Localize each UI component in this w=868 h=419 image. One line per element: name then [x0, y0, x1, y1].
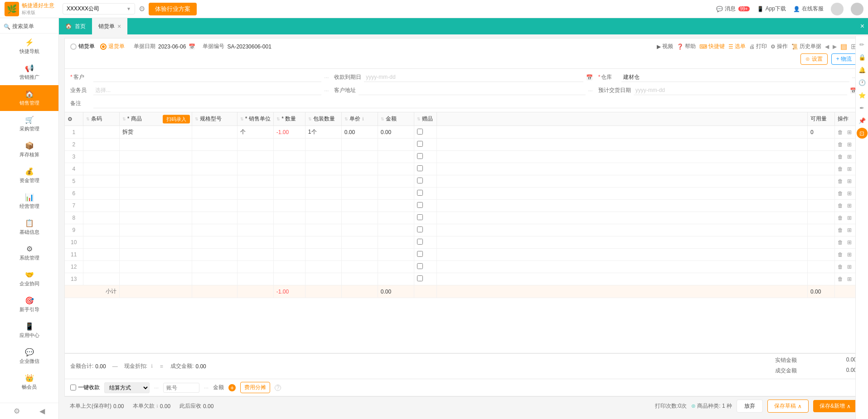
row-barcode[interactable] [83, 151, 119, 163]
help-button[interactable]: ❓ 帮助 [677, 43, 696, 50]
radio-sale-order[interactable]: 销货单 [70, 43, 95, 50]
settings-icon[interactable]: ⚙ [14, 407, 20, 415]
save-draft-button[interactable]: 保存草稿 ∧ [767, 400, 809, 413]
row-pack-qty[interactable] [305, 224, 341, 236]
row-spec[interactable] [192, 224, 237, 236]
row-qty[interactable] [273, 175, 305, 188]
sidebar-item-member[interactable]: 👑 畅会员 [0, 369, 58, 395]
gift-checkbox[interactable] [417, 239, 423, 245]
row-gift[interactable] [414, 151, 436, 163]
row-gift[interactable] [414, 126, 436, 139]
delete-icon[interactable]: 🗑 [838, 154, 843, 160]
row-amount[interactable] [378, 200, 414, 212]
customer-address-select-icon[interactable]: ··· [588, 87, 593, 94]
sidebar-item-finance[interactable]: 💰 资金管理 [0, 163, 58, 188]
row-barcode[interactable] [83, 139, 119, 151]
salesperson-select-icon[interactable]: ··· [324, 87, 329, 94]
row-pack-qty[interactable] [305, 139, 341, 151]
row-price[interactable] [341, 151, 378, 163]
right-panel-pen-btn[interactable]: ✒ [857, 102, 868, 113]
row-spec[interactable] [192, 273, 237, 285]
row-barcode[interactable] [83, 188, 119, 200]
row-unit[interactable] [237, 224, 273, 236]
delete-icon[interactable]: 🗑 [838, 264, 843, 270]
gift-checkbox[interactable] [417, 263, 423, 269]
row-gift[interactable] [414, 261, 436, 273]
gift-checkbox[interactable] [417, 190, 423, 196]
experience-button[interactable]: 体验行业方案 [149, 3, 197, 15]
fee-help-icon[interactable]: ? [275, 385, 281, 391]
delete-icon[interactable]: 🗑 [838, 215, 843, 221]
row-unit[interactable] [237, 212, 273, 224]
copy-icon[interactable]: ⊞ [847, 166, 852, 172]
gift-checkbox[interactable] [417, 141, 423, 147]
row-price[interactable] [341, 261, 378, 273]
abandon-button[interactable]: 放弃 [737, 400, 763, 413]
info-icon[interactable]: ℹ [156, 404, 158, 409]
customer-input[interactable] [93, 72, 321, 82]
copy-icon[interactable]: ⊞ [847, 202, 852, 209]
sidebar-item-system[interactable]: ⚙ 系统管理 [0, 240, 58, 266]
gift-checkbox[interactable] [417, 275, 423, 281]
messages-button[interactable]: 💬 消息 99+ [716, 5, 750, 13]
expected-delivery-input[interactable] [634, 86, 847, 95]
right-panel-pin-btn[interactable]: 📌 [857, 115, 868, 126]
row-price[interactable] [341, 188, 378, 200]
due-date-input[interactable] [364, 72, 583, 82]
row-product[interactable] [119, 212, 192, 224]
row-unit[interactable] [237, 236, 273, 249]
settings-button[interactable]: ⊙ 设置 [800, 53, 827, 65]
row-qty[interactable] [273, 224, 305, 236]
save-new-button[interactable]: 保存&新增 ∧ [813, 400, 857, 412]
row-price[interactable] [341, 273, 378, 285]
row-pack-qty[interactable] [305, 273, 341, 285]
row-barcode[interactable] [83, 212, 119, 224]
tab-sales-order[interactable]: 销货单 × [92, 18, 127, 34]
row-gift[interactable] [414, 224, 436, 236]
row-gift[interactable] [414, 249, 436, 261]
row-amount[interactable] [378, 151, 414, 163]
sidebar-search[interactable]: 🔍 搜索菜单 [0, 20, 58, 34]
row-gift[interactable] [414, 163, 436, 175]
row-gift[interactable] [414, 273, 436, 285]
info-icon[interactable]: ℹ [362, 116, 364, 121]
row-unit[interactable] [237, 163, 273, 175]
copy-icon[interactable]: ⊞ [847, 239, 852, 246]
account-dots-icon[interactable]: ··· [204, 385, 209, 391]
row-product[interactable] [119, 188, 192, 200]
row-pack-qty[interactable] [305, 261, 341, 273]
row-amount[interactable]: 0.00 [378, 126, 414, 139]
gift-checkbox[interactable] [417, 165, 423, 171]
copy-icon[interactable]: ⊞ [847, 154, 852, 160]
row-spec[interactable] [192, 163, 237, 175]
row-qty[interactable] [273, 139, 305, 151]
gift-checkbox[interactable] [417, 226, 423, 232]
row-qty[interactable] [273, 249, 305, 261]
row-pack-qty[interactable] [305, 151, 341, 163]
row-qty[interactable] [273, 261, 305, 273]
row-qty[interactable] [273, 236, 305, 249]
copy-icon[interactable]: ⊞ [847, 251, 852, 258]
online-service-button[interactable]: 👤 在线客服 [793, 5, 824, 13]
history-button[interactable]: 📜 历史单据 [791, 43, 821, 50]
gift-checkbox[interactable] [417, 214, 423, 220]
one-click-payment-checkbox[interactable]: 一键收款 [70, 384, 100, 391]
close-window-icon[interactable]: × [857, 22, 868, 30]
video-button[interactable]: ▶ 视频 [657, 43, 673, 50]
row-amount[interactable] [378, 236, 414, 249]
salesperson-input[interactable] [93, 86, 321, 95]
copy-icon[interactable]: ⊞ [847, 141, 852, 148]
delete-icon[interactable]: 🗑 [838, 239, 843, 246]
row-spec[interactable] [192, 151, 237, 163]
logistics-button[interactable]: + 物流 [831, 53, 857, 65]
gift-checkbox[interactable] [417, 178, 423, 183]
right-panel-bell-btn[interactable]: 🔔 [857, 64, 868, 75]
row-unit[interactable] [237, 261, 273, 273]
copy-icon[interactable]: ⊞ [847, 190, 852, 197]
warehouse-input[interactable] [621, 72, 849, 82]
shortcut-button[interactable]: ⌨ 快捷键 [699, 43, 725, 50]
info-icon[interactable]: ℹ [151, 363, 153, 369]
settlement-select[interactable]: 结算方式 [104, 382, 150, 393]
row-barcode[interactable] [83, 175, 119, 188]
row-barcode[interactable] [83, 236, 119, 249]
